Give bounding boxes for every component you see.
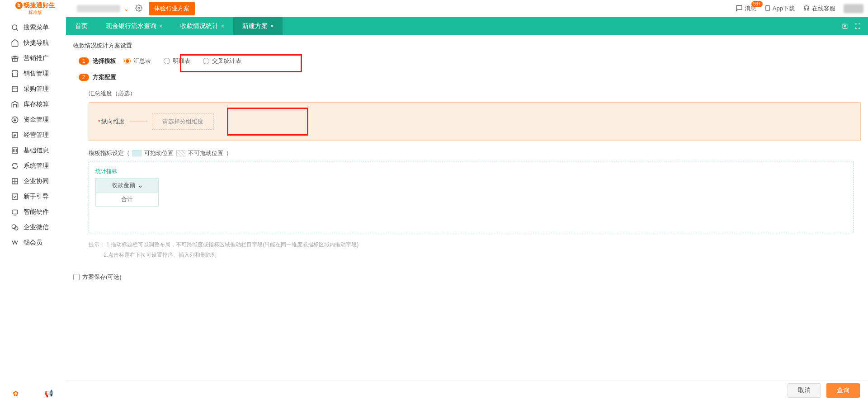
step1-badge: 1 (79, 57, 89, 65)
user-avatar[interactable] (844, 4, 863, 13)
topbar: b 畅捷通好生 标准版 ⌄ 体验行业方案 消息 99+ App下载 (0, 0, 868, 17)
close-icon[interactable]: × (159, 23, 162, 29)
dim-dropzone[interactable]: 请选择分组维度 (152, 113, 214, 130)
info-icon (11, 146, 19, 155)
list-icon (11, 131, 19, 139)
hardware-icon (11, 208, 19, 216)
chat-icon (736, 5, 743, 13)
query-button[interactable]: 查询 (826, 383, 860, 398)
sidebar-item-quick-nav[interactable]: 快捷导航 (0, 35, 66, 51)
tabs: 首页 现金银行流水查询× 收款情况统计× 新建方案× (66, 17, 868, 35)
brand-name: 畅捷通好生 (24, 1, 55, 9)
step2-badge: 2 (79, 74, 89, 81)
sidebar-item-system[interactable]: 系统管理 (0, 158, 66, 174)
enterprise-icon (11, 177, 19, 185)
swatch-draggable (132, 150, 142, 156)
sidebar-item-funds[interactable]: 资金管理 (0, 112, 66, 127)
svg-point-3 (12, 25, 17, 30)
footer: 取消 查询 (66, 380, 868, 400)
brand-edition: 标准版 (28, 9, 42, 16)
step2-label: 方案配置 (93, 73, 116, 81)
swatch-not-draggable (176, 150, 185, 156)
sidebar-item-hardware[interactable]: 智能硬件 (0, 204, 66, 220)
app-download-button[interactable]: App下载 (764, 5, 795, 13)
required-star-icon: * (98, 118, 100, 125)
svg-point-0 (138, 7, 140, 9)
stat-header: 统计指标 (95, 168, 847, 175)
sidebar-item-inventory[interactable]: 库存核算 (0, 97, 66, 112)
svg-line-4 (16, 29, 18, 30)
online-service-button[interactable]: 在线客服 (803, 5, 835, 13)
refresh-icon (11, 162, 19, 170)
brand-icon: b (15, 2, 23, 9)
messages-button[interactable]: 消息 99+ (736, 5, 756, 13)
dim-section-title: 汇总维度（必选） (89, 89, 861, 98)
gift-icon (11, 54, 19, 62)
money-icon (11, 116, 19, 124)
template-radio-group: 汇总表 明细表 交叉统计表 (124, 57, 241, 65)
page-title: 收款情况统计方案设置 (73, 42, 861, 50)
close-icon[interactable]: × (270, 23, 274, 29)
stat-indicator-box: 收款金额 ⌄ 合计 (95, 178, 159, 207)
step1-row: 1 选择模板 汇总表 明细表 交叉统计表 (79, 57, 861, 65)
content: 收款情况统计方案设置 1 选择模板 汇总表 明细表 交叉统计表 2 方案配置 汇… (66, 35, 868, 400)
sidebar: 搜索菜单 快捷导航 营销推广 销售管理 采购管理 库存核算 资金管理 经营管理 … (0, 17, 66, 400)
close-icon[interactable]: × (221, 23, 224, 29)
save-plan-row: 方案保存(可选) (73, 273, 861, 281)
home-icon (11, 39, 19, 47)
dim-panel: *纵向维度 请选择分组维度 (89, 102, 861, 141)
dim-row-label: *纵向维度 (98, 118, 125, 126)
radio-cross[interactable]: 交叉统计表 (203, 57, 241, 65)
sidebar-item-member[interactable]: 畅会员 (0, 235, 66, 250)
sidebar-item-guide[interactable]: 新手引导 (0, 189, 66, 204)
tab-home[interactable]: 首页 (66, 17, 97, 35)
tab-receipt-stats[interactable]: 收款情况统计× (171, 17, 233, 35)
indicator-panel: 统计指标 收款金额 ⌄ 合计 (89, 161, 854, 233)
cancel-button[interactable]: 取消 (788, 383, 821, 398)
tab-new-plan[interactable]: 新建方案× (233, 17, 283, 35)
tenant-dropdown[interactable]: ⌄ (77, 5, 129, 12)
chevron-down-icon: ⌄ (124, 5, 129, 12)
sidebar-item-purchase-mgmt[interactable]: 采购管理 (0, 81, 66, 97)
vip-icon (11, 239, 19, 247)
sidebar-item-search-menu[interactable]: 搜索菜单 (0, 20, 66, 35)
save-checkbox[interactable] (73, 274, 80, 280)
home-icon[interactable]: ✿ (13, 389, 19, 398)
sidebar-item-basic-info[interactable]: 基础信息 (0, 143, 66, 158)
chevron-down-icon: ⌄ (138, 182, 143, 189)
indicator-legend: 模板指标设定（ 可拖动位置 不可拖动位置 ） (89, 149, 861, 157)
shop-icon (11, 70, 19, 78)
sidebar-item-wechat[interactable]: 企业微信 (0, 220, 66, 235)
wechat-icon (11, 223, 19, 231)
step1-label: 选择模板 (93, 57, 116, 65)
radio-detail[interactable]: 明细表 (164, 57, 190, 65)
gear-icon[interactable] (135, 5, 142, 13)
guide-icon (11, 193, 19, 201)
tenant-name-blurred (77, 5, 120, 12)
connector-line (129, 122, 147, 122)
radio-dot-icon (164, 58, 170, 64)
main: 首页 现金银行流水查询× 收款情况统计× 新建方案× 收款情况统计方案设置 1 … (66, 17, 868, 400)
fullscreen-icon[interactable] (854, 22, 862, 30)
warehouse-icon (11, 100, 19, 108)
stat-indicator-dropdown[interactable]: 收款金额 ⌄ (96, 179, 158, 192)
radio-summary[interactable]: 汇总表 (124, 57, 151, 65)
tips: 提示： 1.拖动标题栏可以调整布局，不可跨维度或指标区域拖动栏目字段(只能在同一… (89, 240, 861, 260)
svg-rect-25 (12, 194, 18, 199)
svg-rect-26 (12, 210, 18, 214)
tab-cash-bank-flow[interactable]: 现金银行流水查询× (97, 17, 171, 35)
box-icon (11, 85, 19, 93)
sidebar-item-operations[interactable]: 经营管理 (0, 127, 66, 143)
sound-icon[interactable]: 📢 (44, 389, 53, 398)
phone-icon (764, 5, 771, 13)
experience-button[interactable]: 体验行业方案 (149, 2, 195, 15)
step2-row: 2 方案配置 (79, 73, 861, 81)
radio-dot-icon (203, 58, 209, 64)
save-checkbox-label: 方案保存(可选) (82, 273, 122, 281)
close-all-tabs-icon[interactable] (841, 22, 849, 30)
sidebar-item-sales-mgmt[interactable]: 销售管理 (0, 66, 66, 81)
sidebar-bottom-icons: ✿ 📢 (0, 386, 66, 400)
messages-badge: 99+ (751, 1, 763, 7)
sidebar-item-marketing[interactable]: 营销推广 (0, 51, 66, 66)
sidebar-item-enterprise-collab[interactable]: 企业协同 (0, 174, 66, 189)
